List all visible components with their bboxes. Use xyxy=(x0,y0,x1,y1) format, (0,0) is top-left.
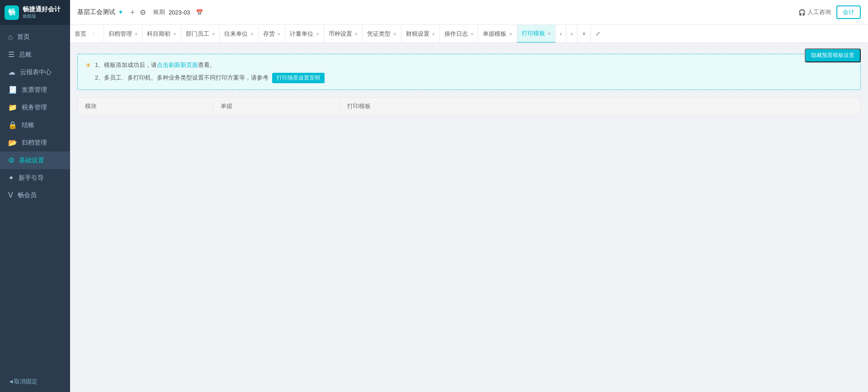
settings-gear-icon[interactable]: ⚙ xyxy=(140,8,146,17)
account-button[interactable]: 会计 xyxy=(836,5,861,19)
notice-box: ☀ 1、模板添加成功后，请点击刷新新页面查看。 ☀ 2、多员工、多打印机、多种业… xyxy=(77,54,861,90)
sidebar-label-ledger: 总账 xyxy=(19,51,32,59)
tab-inventory-close[interactable]: × xyxy=(278,31,280,37)
tab-voucher[interactable]: 凭证类型 × xyxy=(363,25,401,43)
sidebar-item-close[interactable]: 🔒 结账 xyxy=(0,116,70,134)
member-icon: V xyxy=(8,191,13,199)
th-template: 打印模板 xyxy=(340,98,860,115)
sidebar-label-reports: 云报表中心 xyxy=(20,68,52,76)
tab-oplog-label: 操作日志 xyxy=(444,30,468,38)
tab-unit[interactable]: 计量单位 × xyxy=(285,25,324,43)
tab-taxsettings-close[interactable]: × xyxy=(432,31,435,37)
logo-title: 畅捷通好会计 xyxy=(23,5,61,13)
sidebar-item-invoice[interactable]: 🧾 发票管理 xyxy=(0,81,70,99)
sidebar-item-member[interactable]: V 畅会员 xyxy=(0,187,70,204)
hide-template-label: 隐藏预置模板设置 xyxy=(811,52,854,58)
sidebar-item-settings[interactable]: ⚙ 基础设置 xyxy=(0,151,70,169)
notice-text-1: 1、模板添加成功后，请点击刷新新页面查看。 xyxy=(95,61,216,70)
guide-icon: ✦ xyxy=(8,174,14,182)
headset-icon: 🎧 xyxy=(798,9,806,16)
tab-archive-close[interactable]: × xyxy=(135,31,137,37)
tab-unit-label: 计量单位 xyxy=(290,30,313,38)
table-header: 模块 单据 打印模板 xyxy=(77,97,861,115)
tab-subject-close[interactable]: × xyxy=(173,31,176,37)
ledger-icon: ☰ xyxy=(8,50,14,59)
tab-maximize-button[interactable]: ⤢ xyxy=(591,25,604,43)
sidebar-label-guide: 新手引导 xyxy=(19,174,44,182)
notice-link-refresh[interactable]: 点击刷新新页面 xyxy=(157,61,198,68)
tab-department[interactable]: 部门员工 × xyxy=(181,25,220,43)
hide-template-button[interactable]: 隐藏预置模板设置 xyxy=(805,48,861,62)
topbar-right: 🎧 人工咨询 会计 xyxy=(798,5,861,19)
unpin-label: ◄取消固定 xyxy=(8,378,38,386)
sidebar-label-invoice: 发票管理 xyxy=(22,86,47,94)
bulb-icon: ☀ xyxy=(85,61,91,70)
notice-pre-1: 1、模板添加成功后，请 xyxy=(95,61,157,68)
tab-print-close[interactable]: × xyxy=(548,31,551,36)
tab-subject[interactable]: 科目期初 × xyxy=(142,25,181,43)
tab-prev-button[interactable]: ‹ xyxy=(556,25,566,43)
tab-taxsettings-label: 财税设置 xyxy=(406,30,429,38)
tab-voucher-label: 凭证类型 xyxy=(367,30,391,38)
tab-inventory[interactable]: 存货 × xyxy=(259,25,285,43)
th-module: 模块 xyxy=(78,98,213,115)
sidebar-item-reports[interactable]: ☁ 云报表中心 xyxy=(0,63,70,81)
calendar-icon[interactable]: 📅 xyxy=(196,9,203,16)
notice-row-1: ☀ 1、模板添加成功后，请点击刷新新页面查看。 xyxy=(85,61,853,70)
help-button[interactable]: 🎧 人工咨询 xyxy=(798,8,831,16)
tab-home[interactable]: 首页 ‹ xyxy=(70,25,104,43)
tab-single-label: 单据模板 xyxy=(483,30,506,38)
notice-text-2: 2、多员工、多打印机、多种业务类型设置不同打印方案等，请参考 打印场景设置宣明 xyxy=(95,73,325,83)
tab-home-chevron: ‹ xyxy=(88,25,99,43)
logo-subtitle: 旗舰版 xyxy=(23,13,61,19)
add-icon[interactable]: ＋ xyxy=(129,8,136,17)
tab-partner-close[interactable]: × xyxy=(250,31,253,37)
content-area: 隐藏预置模板设置 ☀ 1、模板添加成功后，请点击刷新新页面查看。 ☀ 2、多员工… xyxy=(70,43,868,392)
tax-icon: 📁 xyxy=(8,103,17,112)
notice-pre-2: 2、多员工、多打印机、多种业务类型设置不同打印方案等，请参考 xyxy=(95,74,269,81)
print-scene-button[interactable]: 打印场景设置宣明 xyxy=(272,73,325,83)
tab-archive-label: 归档管理 xyxy=(108,30,132,38)
tab-partner[interactable]: 往来单位 × xyxy=(220,25,258,43)
main-area: 基层工会测试 ▼ ＋ ⚙ 账期 2023-03 📅 🎧 人工咨询 会计 首页 ‹… xyxy=(70,0,868,392)
tab-single-close[interactable]: × xyxy=(509,31,512,37)
tab-currency[interactable]: 币种设置 × xyxy=(324,25,363,43)
sidebar-item-home[interactable]: ⌂ 首页 xyxy=(0,28,70,46)
settings-icon: ⚙ xyxy=(8,156,14,165)
tab-partner-label: 往来单位 xyxy=(224,30,248,38)
tab-currency-close[interactable]: × xyxy=(355,31,358,37)
sidebar-label-archive: 归档管理 xyxy=(22,139,47,147)
tab-single[interactable]: 单据模板 × xyxy=(478,25,517,43)
tab-oplog-close[interactable]: × xyxy=(471,31,473,37)
reports-icon: ☁ xyxy=(8,68,15,76)
tab-next-button[interactable]: › xyxy=(566,25,577,43)
tab-oplog[interactable]: 操作日志 × xyxy=(440,25,478,43)
tab-bar: 首页 ‹ 归档管理 × 科目期初 × 部门员工 × 往来单位 × 存货 × 计量… xyxy=(70,25,868,43)
tab-taxsettings[interactable]: 财税设置 × xyxy=(401,25,440,43)
home-icon: ⌂ xyxy=(8,33,13,41)
sidebar: 畅 畅捷通好会计 旗舰版 ⌂ 首页 ☰ 总账 ☁ 云报表中心 🧾 发票管理 📁 … xyxy=(0,0,70,392)
tab-unit-close[interactable]: × xyxy=(316,31,319,37)
tab-close-all-button[interactable]: × xyxy=(577,25,591,43)
sidebar-label-home: 首页 xyxy=(17,33,30,41)
tab-archive[interactable]: 归档管理 × xyxy=(104,25,142,43)
sidebar-item-tax[interactable]: 📁 税务管理 xyxy=(0,99,70,116)
app-logo: 畅 畅捷通好会计 旗舰版 xyxy=(0,0,70,25)
unpin-button[interactable]: ◄取消固定 xyxy=(0,371,70,392)
period-label: 账期 xyxy=(153,8,165,16)
notice-row-2: ☀ 2、多员工、多打印机、多种业务类型设置不同打印方案等，请参考 打印场景设置宣… xyxy=(85,73,853,83)
top-bar: 基层工会测试 ▼ ＋ ⚙ 账期 2023-03 📅 🎧 人工咨询 会计 xyxy=(70,0,868,25)
tab-department-close[interactable]: × xyxy=(212,31,215,37)
sidebar-label-settings: 基础设置 xyxy=(19,156,44,165)
account-label: 会计 xyxy=(843,9,854,15)
company-selector[interactable]: 基层工会测试 ▼ xyxy=(77,8,123,16)
tab-print[interactable]: 打印模板 × xyxy=(517,25,556,43)
period-value: 2023-03 xyxy=(169,9,190,16)
tab-voucher-close[interactable]: × xyxy=(393,31,396,37)
tab-home-label: 首页 xyxy=(75,30,86,38)
logo-icon: 畅 xyxy=(5,5,19,20)
sidebar-item-guide[interactable]: ✦ 新手引导 xyxy=(0,169,70,187)
sidebar-nav: ⌂ 首页 ☰ 总账 ☁ 云报表中心 🧾 发票管理 📁 税务管理 🔒 结账 📂 归… xyxy=(0,25,70,371)
sidebar-item-archive[interactable]: 📂 归档管理 xyxy=(0,134,70,151)
sidebar-item-ledger[interactable]: ☰ 总账 xyxy=(0,46,70,63)
